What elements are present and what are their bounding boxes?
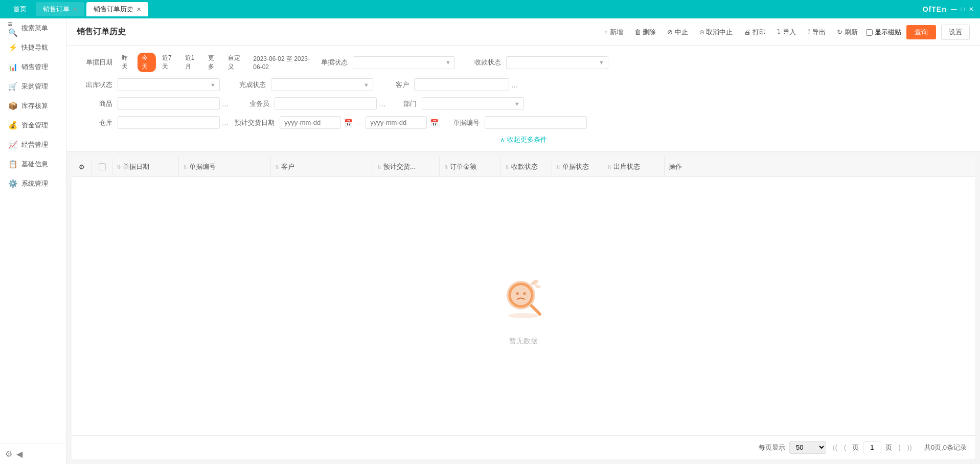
sort-date-icon[interactable]: ⇅ bbox=[117, 164, 121, 170]
sort-amount-icon[interactable]: ⇅ bbox=[444, 164, 448, 170]
sidebar-item-sales-mgmt[interactable]: 📊 销售管理 bbox=[0, 57, 66, 77]
select-all-checkbox[interactable] bbox=[99, 163, 106, 170]
calendar-from-icon[interactable]: 📅 bbox=[344, 119, 353, 127]
tab-sales-order-label: 销售订单 bbox=[43, 5, 70, 14]
window-close[interactable]: ✕ bbox=[969, 6, 974, 13]
sidebar-settings-btn[interactable]: ⚙ bbox=[5, 449, 12, 459]
per-page-select[interactable]: 10 20 50 100 bbox=[789, 441, 826, 454]
empty-text: 暂无数据 bbox=[509, 337, 538, 346]
refresh-button[interactable]: ↻ 刷新 bbox=[834, 26, 861, 39]
sidebar-item-sys-mgmt[interactable]: ⚙️ 系统管理 bbox=[0, 174, 66, 193]
content-area: 销售订单历史 + 新增 🗑 删除 ⊘ 中止 ⊙ 取消中止 🖨 打印 ⤵ 导入 ⤴… bbox=[66, 18, 980, 464]
sidebar-item-search-menu[interactable]: ≡🔍 搜索菜单 bbox=[0, 18, 66, 38]
collapse-label: 收起更多条件 bbox=[507, 135, 547, 144]
th-checkbox bbox=[92, 158, 112, 175]
sidebar-item-sys-mgmt-label: 系统管理 bbox=[21, 179, 48, 188]
doc-status-label: 单据状态 bbox=[312, 58, 353, 67]
delivery-date-from[interactable] bbox=[280, 116, 341, 129]
stop-button[interactable]: ⊘ 中止 bbox=[664, 26, 691, 39]
sort-customer-icon[interactable]: ⇅ bbox=[275, 164, 279, 170]
filter-row-2: 出库状态 ▼ 完成状态 ▼ 客户 ... bbox=[77, 78, 970, 91]
goods-dots[interactable]: ... bbox=[222, 99, 229, 108]
customer-input[interactable] bbox=[414, 78, 509, 91]
table-footer: 每页显示 10 20 50 100 ⟨⟨ ⟨ 页 页 ⟩ ⟩⟩ bbox=[72, 435, 975, 459]
date-btn-7days[interactable]: 近7天 bbox=[158, 53, 179, 72]
window-minimize[interactable]: — bbox=[951, 6, 957, 13]
last-page-button[interactable]: ⟩⟩ bbox=[905, 443, 914, 453]
settings-button[interactable]: 设置 bbox=[941, 25, 970, 40]
export-button[interactable]: ⤴ 导出 bbox=[804, 26, 829, 39]
outbound-status-select[interactable] bbox=[118, 78, 220, 91]
date-btn-today[interactable]: 昨天 bbox=[118, 53, 135, 72]
tab-sales-order-close[interactable]: ✕ bbox=[73, 6, 77, 13]
sidebar-bottom: ⚙ ◀ bbox=[0, 444, 66, 464]
sort-doc-icon[interactable]: ⇅ bbox=[183, 164, 187, 170]
tab-sales-order[interactable]: 销售订单 ✕ bbox=[36, 2, 84, 16]
doc-no-label: 单据编号 bbox=[444, 118, 485, 127]
outbound-status-label: 出库状态 bbox=[77, 80, 118, 90]
date-label: 单据日期 bbox=[77, 58, 118, 67]
next-page-button[interactable]: ⟩ bbox=[896, 443, 903, 453]
delete-button[interactable]: 🗑 删除 bbox=[631, 26, 659, 39]
import-button[interactable]: ⤵ 导入 bbox=[774, 26, 799, 39]
th-receipt-status: ⇅ 收款状态 bbox=[501, 157, 552, 176]
window-maximize[interactable]: □ bbox=[961, 6, 965, 13]
warehouse-dots[interactable]: ... bbox=[222, 118, 229, 127]
sidebar-item-base-info[interactable]: 📋 基础信息 bbox=[0, 154, 66, 174]
sidebar-item-fund-mgmt-label: 资金管理 bbox=[21, 121, 48, 130]
filter-row-3: 商品 ... 业务员 ... 部门 ▼ bbox=[77, 97, 970, 110]
query-button[interactable]: 查询 bbox=[906, 25, 936, 39]
quick-nav-icon: ⚡ bbox=[8, 43, 17, 52]
table-area: ⚙ ⇅ 单据日期 ⇅ 单据编号 ⇅ 客户 ⇅ bbox=[72, 157, 975, 459]
date-btn-custom[interactable]: 自定义 bbox=[224, 53, 247, 72]
salesperson-dots[interactable]: ... bbox=[379, 99, 385, 108]
sidebar-item-quick-nav[interactable]: ⚡ 快捷导航 bbox=[0, 38, 66, 57]
collapse-button[interactable]: ∧ 收起更多条件 bbox=[77, 135, 970, 144]
sort-delivery-icon[interactable]: ⇅ bbox=[377, 164, 381, 170]
show-columns-checkbox-wrapper[interactable]: 显示磁贴 bbox=[866, 28, 901, 37]
goods-input[interactable] bbox=[118, 97, 220, 110]
sidebar-item-fund-mgmt[interactable]: 💰 资金管理 bbox=[0, 116, 66, 135]
print-button[interactable]: 🖨 打印 bbox=[741, 26, 769, 39]
date-btn-3days[interactable]: 今天 bbox=[138, 53, 155, 72]
sidebar-item-purchase-mgmt[interactable]: 🛒 采购管理 bbox=[0, 77, 66, 96]
settings-gear-icon[interactable]: ⚙ bbox=[79, 163, 85, 171]
cancel-stop-button[interactable]: ⊙ 取消中止 bbox=[696, 26, 736, 39]
show-columns-checkbox[interactable] bbox=[866, 29, 873, 36]
new-button[interactable]: + 新增 bbox=[601, 26, 626, 39]
tab-sales-order-history[interactable]: 销售订单历史 ✕ bbox=[86, 2, 148, 16]
tab-home[interactable]: 首页 bbox=[6, 2, 34, 16]
page-label-suffix: 页 bbox=[885, 443, 892, 452]
doc-status-select[interactable] bbox=[353, 56, 455, 69]
doc-no-input[interactable] bbox=[485, 116, 587, 129]
top-right-area: OfTEn — □ ✕ bbox=[923, 5, 974, 13]
sidebar-item-purchase-mgmt-label: 采购管理 bbox=[21, 82, 48, 91]
receipt-status-select[interactable] bbox=[506, 56, 608, 69]
sort-status-icon[interactable]: ⇅ bbox=[556, 164, 560, 170]
th-settings[interactable]: ⚙ bbox=[72, 158, 92, 176]
svg-point-5 bbox=[523, 292, 526, 295]
date-btn-1month[interactable]: 近1月 bbox=[181, 53, 202, 72]
sidebar-collapse-btn[interactable]: ◀ bbox=[16, 449, 22, 459]
prev-page-button[interactable]: ⟨ bbox=[841, 443, 848, 453]
sort-outbound-icon[interactable]: ⇅ bbox=[607, 164, 611, 170]
completion-status-label: 完成状态 bbox=[230, 80, 271, 90]
ops-mgmt-icon: 📈 bbox=[8, 140, 17, 149]
per-page-label: 每页显示 bbox=[759, 443, 785, 452]
tab-sales-order-history-close[interactable]: ✕ bbox=[136, 6, 141, 13]
sidebar-item-inventory-calc[interactable]: 📦 库存核算 bbox=[0, 96, 66, 116]
date-btn-more[interactable]: 更多 bbox=[204, 53, 222, 72]
completion-status-select[interactable] bbox=[271, 78, 373, 91]
calendar-to-icon[interactable]: 📅 bbox=[430, 119, 439, 127]
sidebar-item-ops-mgmt[interactable]: 📈 经营管理 bbox=[0, 135, 66, 154]
warehouse-label: 仓库 bbox=[77, 118, 118, 127]
customer-dots[interactable]: ... bbox=[511, 80, 518, 90]
sort-receipt-icon[interactable]: ⇅ bbox=[505, 164, 509, 170]
delivery-date-to[interactable] bbox=[366, 116, 427, 129]
salesperson-input[interactable] bbox=[275, 97, 377, 110]
first-page-button[interactable]: ⟨⟨ bbox=[830, 443, 839, 453]
warehouse-input[interactable] bbox=[118, 116, 220, 129]
page-number-input[interactable] bbox=[863, 441, 881, 453]
dept-select[interactable] bbox=[422, 97, 524, 110]
dept-wrapper: ▼ bbox=[422, 97, 524, 110]
